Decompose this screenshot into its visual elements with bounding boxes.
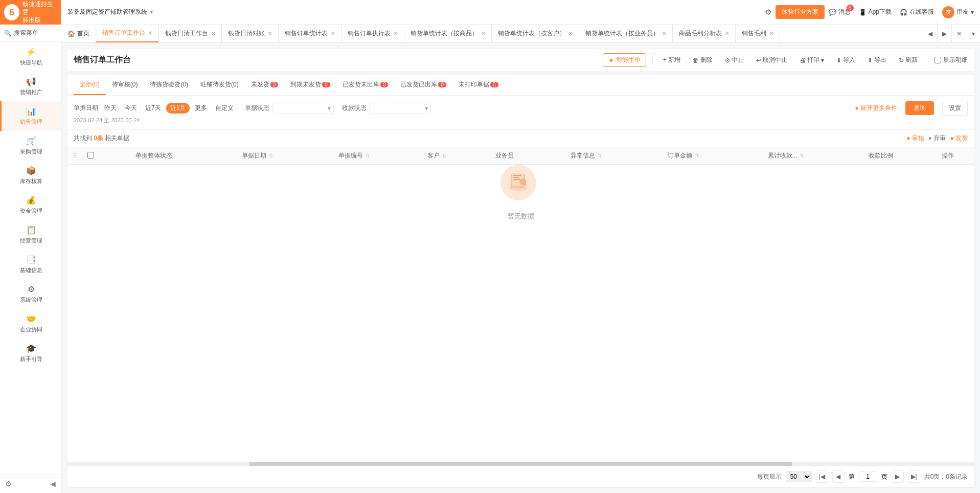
collapse-icon[interactable]: ◀ xyxy=(50,480,56,488)
filter-expand-button[interactable]: ▾ 展开更多条件 xyxy=(855,104,897,113)
sidebar-item-operations[interactable]: 📋 经营管理 xyxy=(0,220,61,250)
filter-tab-all[interactable]: 全部(0) xyxy=(74,75,106,95)
batch-ship-button[interactable]: ● 发货 xyxy=(950,134,968,143)
online-support-button[interactable]: 🎧 在线客服 xyxy=(900,8,934,16)
filter-tab-wangpu[interactable]: 旺铺待发货(0) xyxy=(194,75,245,95)
page-prev-button[interactable]: ◀ xyxy=(832,470,845,483)
filter-tab-pending-inspect[interactable]: 待拣货验货(0) xyxy=(144,75,194,95)
filter-tab-shipped-out[interactable]: 已发货已出库0 xyxy=(394,75,452,95)
batch-review-button[interactable]: ● 审核 xyxy=(906,134,924,143)
sidebar-item-enterprise[interactable]: 🤝 企业协同 xyxy=(0,309,61,339)
filter-date-yesterday[interactable]: 昨天 xyxy=(101,103,120,114)
print-button[interactable]: 🖨 打印 ▾ xyxy=(795,54,828,66)
filter-date-1month[interactable]: 近1月 xyxy=(166,103,190,114)
tab-cash-daily[interactable]: 钱货日清工作台 ✕ xyxy=(159,25,222,42)
filter-tab-not-shipped[interactable]: 未发货0 xyxy=(245,75,285,95)
filter-date-today[interactable]: 今天 xyxy=(122,103,140,114)
tab-close-sales-stat[interactable]: ✕ xyxy=(331,31,335,36)
import-button[interactable]: ⬇ 导入 xyxy=(832,54,859,66)
sidebar-item-inventory[interactable]: 📦 库存核算 xyxy=(0,161,61,190)
sort-received-icon[interactable]: ⇅ xyxy=(800,153,804,159)
batch-cancel-review-button[interactable]: ● 弃审 xyxy=(928,134,946,143)
sidebar-item-quick-nav[interactable]: ⚡ 快捷导航 xyxy=(0,42,61,72)
refresh-button[interactable]: ↻ 刷新 xyxy=(895,54,922,66)
tab-sales-stat[interactable]: 销售订单统计表 ✕ xyxy=(279,25,341,42)
filter-payment-select[interactable] xyxy=(370,103,431,114)
cancel-suspend-button[interactable]: ↩ 取消中止 xyxy=(752,54,791,66)
topbar-gear-icon[interactable]: ⚙ xyxy=(765,8,771,17)
page-first-button[interactable]: |◀ xyxy=(816,470,828,483)
search-icon: 🔍 xyxy=(4,30,12,37)
filter-tab-pending-review[interactable]: 待审核(0) xyxy=(106,75,144,95)
tab-sales-order[interactable]: 销售订单工作台 ✕ xyxy=(96,25,159,42)
smart-create-button[interactable]: ★ 智能生单 xyxy=(603,53,646,67)
settings-gear-icon[interactable]: ⚙ xyxy=(5,480,12,488)
user-menu[interactable]: 友 用友 ▾ xyxy=(942,6,974,18)
message-button[interactable]: 💬 消息 6 xyxy=(829,8,851,16)
filter-date-more[interactable]: 更多 xyxy=(192,103,210,114)
sort-date-icon[interactable]: ⇅ xyxy=(269,153,273,159)
tab-close-sales-exec[interactable]: ✕ xyxy=(394,31,398,36)
empty-state: 暂无数据 xyxy=(67,165,974,221)
export-button[interactable]: ⬆ 导出 xyxy=(863,54,891,66)
avatar: 友 xyxy=(942,6,954,18)
tab-close-cash-daily[interactable]: ✕ xyxy=(211,31,215,36)
filter-date-7days[interactable]: 近7天 xyxy=(142,103,164,114)
sort-amount-icon[interactable]: ⇅ xyxy=(695,153,699,159)
sort-customer-icon[interactable]: ⇅ xyxy=(442,153,446,159)
tab-sales-gross[interactable]: 销售毛利 ✕ xyxy=(736,25,780,42)
show-detail-checkbox[interactable]: 显示明细 xyxy=(935,56,968,64)
filter-tab-expired-not-shipped[interactable]: 到期未发货0 xyxy=(284,75,336,95)
filter-status-select[interactable] xyxy=(272,103,334,114)
tab-sales-exec[interactable]: 销售订单执行表 ✕ xyxy=(341,25,404,42)
filter-date-custom[interactable]: 自定义 xyxy=(212,103,237,114)
tab-close-margin-analysis[interactable]: ✕ xyxy=(725,31,729,36)
sidebar-item-system[interactable]: ⚙ 系统管理 xyxy=(0,279,61,309)
filter-tab-shipped-not-out[interactable]: 已发货未出库0 xyxy=(336,75,395,95)
tab-cash-reconcile[interactable]: 钱货日清对账 ✕ xyxy=(222,25,279,42)
tab-sales-stat-product[interactable]: 销货单统计表（按商品） ✕ xyxy=(404,25,492,42)
sort-exception-icon[interactable]: ⇅ xyxy=(598,153,602,159)
add-button[interactable]: + 新增 xyxy=(659,54,685,66)
tab-sales-stat-staff[interactable]: 销货单统计表（按业务员） ✕ xyxy=(579,25,673,42)
sort-number-icon[interactable]: ⇅ xyxy=(366,153,370,159)
app-icon: 📱 xyxy=(859,9,867,16)
tab-close-cash-reconcile[interactable]: ✕ xyxy=(268,31,272,36)
sidebar-search[interactable]: 🔍 搜索菜单 xyxy=(0,25,61,42)
tab-close-all-button[interactable]: ✕ xyxy=(951,25,966,43)
select-all-checkbox[interactable] xyxy=(87,152,94,159)
svg-rect-5 xyxy=(513,179,520,180)
tab-close-sales-order[interactable]: ✕ xyxy=(148,30,152,36)
sidebar-item-guide[interactable]: 🎓 新手引导 xyxy=(0,339,61,368)
suspend-button[interactable]: ⊘ 中止 xyxy=(721,54,748,66)
app-download-button[interactable]: 📱 App下载 xyxy=(859,8,892,16)
setting-button[interactable]: 设置 xyxy=(942,101,968,116)
tab-close-sales-stat-staff[interactable]: ✕ xyxy=(662,31,666,36)
filter-tab-not-printed[interactable]: 未打印单据0 xyxy=(452,75,505,95)
table-scrollbar[interactable] xyxy=(67,462,974,466)
tab-close-sales-stat-customer[interactable]: ✕ xyxy=(568,31,573,36)
tab-close-sales-gross[interactable]: ✕ xyxy=(769,31,773,36)
sidebar-item-marketing[interactable]: 📢 营销推广 xyxy=(0,72,61,101)
tab-close-sales-stat-product[interactable]: ✕ xyxy=(481,31,485,36)
page-size-select[interactable]: 10 20 50 100 xyxy=(786,471,812,482)
tab-sales-stat-customer[interactable]: 销货单统计表（按客户） ✕ xyxy=(492,25,579,42)
sidebar-item-base-info[interactable]: 📑 基础信息 xyxy=(0,250,61,279)
page-input[interactable] xyxy=(859,472,877,482)
sidebar-item-sales[interactable]: 📊 销售管理 xyxy=(0,101,61,131)
delete-button[interactable]: 🗑 删除 xyxy=(689,54,717,66)
sidebar-item-purchase[interactable]: 🛒 采购管理 xyxy=(0,131,61,161)
purchase-icon: 🛒 xyxy=(26,136,36,146)
tab-margin-analysis[interactable]: 商品毛利分析表 ✕ xyxy=(673,25,736,42)
solution-button[interactable]: 体验行业方案 xyxy=(776,5,825,19)
tab-home[interactable]: 🏠 首页 xyxy=(61,25,96,42)
tab-prev-button[interactable]: ◀ xyxy=(923,25,937,43)
tab-next-button[interactable]: ▶ xyxy=(937,25,951,43)
show-detail-input[interactable] xyxy=(935,57,941,63)
marketing-icon: 📢 xyxy=(26,77,36,86)
sidebar-item-finance[interactable]: 💰 资金管理 xyxy=(0,190,61,220)
query-button[interactable]: 查询 xyxy=(905,101,934,115)
page-last-button[interactable]: ▶| xyxy=(908,470,920,483)
tab-menu-button[interactable]: ▾ xyxy=(966,25,980,43)
page-next-button[interactable]: ▶ xyxy=(892,470,904,483)
